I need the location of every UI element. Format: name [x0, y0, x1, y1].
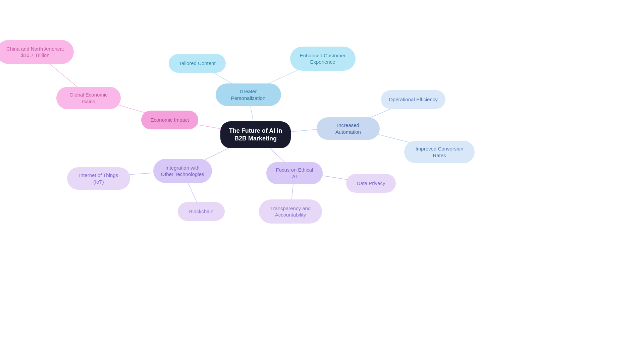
operational-efficiency-node: Operational Efficiency	[381, 90, 445, 109]
transparency-node: Transparency and Accountability	[259, 199, 322, 224]
blockchain-node: Blockchain	[178, 202, 225, 221]
integration-tech-node: Integration with Other Technologies	[153, 159, 212, 183]
center-node: The Future of AI in B2B Marketing	[220, 121, 291, 148]
improved-conversion-node: Improved Conversion Rates	[404, 141, 475, 163]
economic-impact-node: Economic Impact	[141, 111, 198, 129]
china-north-node: China and North America: $10.7 Trillion	[0, 40, 74, 64]
global-economic-node: Global Economic Gains	[56, 87, 121, 109]
tailored-content-node: Tailored Content	[169, 54, 226, 73]
ethical-ai-node: Focus on Ethical AI	[266, 162, 323, 184]
enhanced-customer-node: Enhanced Customer Experience	[290, 47, 356, 71]
iot-node: Internet of Things (IoT)	[67, 167, 130, 190]
greater-personalization-node: Greater Personalization	[216, 83, 281, 106]
data-privacy-node: Data Privacy	[346, 174, 396, 193]
increased-automation-node: Increased Automation	[317, 117, 380, 140]
